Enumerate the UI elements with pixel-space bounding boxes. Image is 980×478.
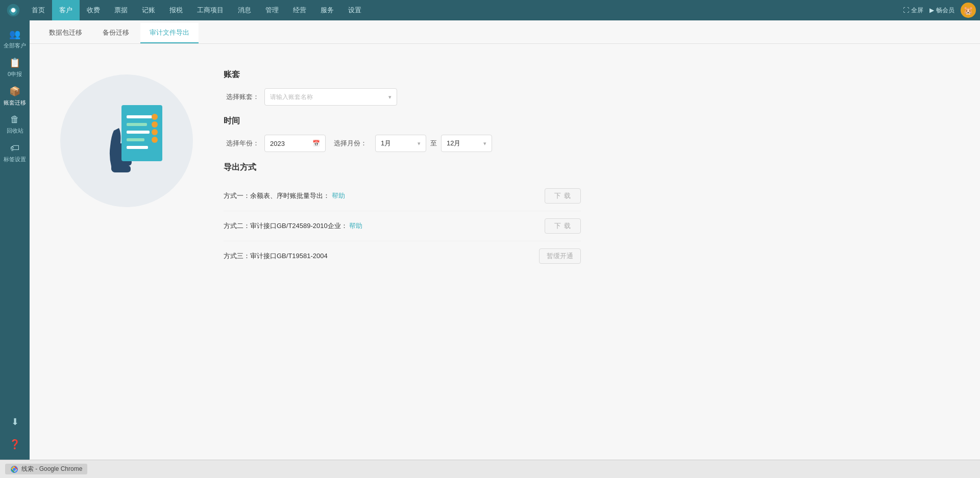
top-navigation: 首页 客户 收费 票据 记账 报税 工商项目 消息 管理 经营 服务 设置 ⛶ …: [0, 0, 980, 20]
time-separator: 至: [430, 139, 437, 148]
export-methods: 方式一：余额表、序时账批量导出： 帮助 下 载 方式二：审计接口GB/T2458…: [224, 181, 581, 271]
sidebar-item-zero-declaration[interactable]: 📋 0申报: [1, 53, 29, 82]
nav-right: ⛶ 全屏 ▶ 畅会员 🐹: [903, 3, 976, 18]
calendar-icon: 📅: [312, 140, 320, 147]
sidebar-item-all-customers[interactable]: 👥 全部客户: [1, 24, 29, 53]
page-content: 账套 选择账套： 请输入账套名称 ▾ 时间 选择年份： 2023 📅: [30, 44, 980, 460]
export-method-2-label: 方式二：审计接口GB/T24589-2010企业： 帮助: [224, 221, 362, 231]
export-method-3: 方式三：审计接口GB/T19581-2004 暂缓开通: [224, 241, 581, 271]
chevron-down-month-start-icon: ▾: [418, 140, 421, 147]
method-2-text: 方式二：审计接口GB/T24589-2010企业：: [224, 222, 348, 230]
main-layout: 👥 全部客户 📋 0申报 📦 账套迁移 🗑 回收站 🏷 标签设置 ⬇ ❓ 数据包…: [0, 20, 980, 460]
nav-customer[interactable]: 客户: [52, 0, 80, 20]
export-method-1: 方式一：余额表、序时账批量导出： 帮助 下 载: [224, 181, 581, 211]
tag-icon: 🏷: [10, 143, 19, 154]
chrome-icon: [10, 465, 18, 473]
month-start-value: 1月: [381, 139, 391, 148]
nav-billing[interactable]: 收费: [80, 0, 107, 20]
year-label: 选择年份：: [224, 139, 259, 148]
export-section-title: 导出方式: [224, 162, 581, 173]
declaration-icon: 📋: [9, 57, 20, 68]
svg-point-8: [152, 114, 158, 120]
account-section-title: 账套: [224, 69, 581, 80]
nav-business[interactable]: 工商项目: [190, 0, 231, 20]
avatar[interactable]: 🐹: [961, 3, 976, 18]
trash-icon: 🗑: [10, 114, 19, 125]
sidebar-item-tag-settings[interactable]: 🏷 标签设置: [1, 139, 29, 167]
download-sidebar-icon[interactable]: ⬇: [6, 413, 24, 431]
member-button[interactable]: ▶ 畅会员: [929, 6, 954, 15]
chevron-down-month-end-icon: ▾: [483, 140, 486, 147]
fullscreen-label: 全屏: [911, 6, 923, 15]
month-end-select[interactable]: 12月 ▾: [441, 135, 492, 152]
svg-point-11: [152, 137, 158, 143]
month-end-value: 12月: [447, 139, 460, 148]
taskbar-chrome-item[interactable]: 线索 - Google Chrome: [5, 464, 87, 474]
form-area: 账套 选择账套： 请输入账套名称 ▾ 时间 选择年份： 2023 📅: [224, 59, 581, 444]
time-controls: 2023 📅 选择月份： 1月 ▾ 至 12月 ▾: [264, 135, 492, 152]
chevron-down-icon: ▾: [388, 94, 391, 100]
fullscreen-icon: ⛶: [903, 7, 909, 14]
method-1-text: 方式一：余额表、序时账批量导出：: [224, 192, 330, 199]
nav-bookkeeping[interactable]: 记账: [135, 0, 162, 20]
sidebar-label-tags: 标签设置: [4, 156, 26, 163]
member-icon: ▶: [929, 7, 934, 14]
audit-illustration: [76, 85, 178, 197]
month-start-select[interactable]: 1月 ▾: [375, 135, 426, 152]
svg-rect-7: [127, 146, 148, 149]
nav-service[interactable]: 服务: [313, 0, 341, 20]
method-2-download-button[interactable]: 下 载: [545, 218, 581, 234]
illustration-circle: [60, 74, 193, 207]
tab-data-migration[interactable]: 数据包迁移: [40, 23, 91, 43]
content-area: 数据包迁移 备份迁移 审计文件导出: [30, 20, 980, 460]
account-select[interactable]: 请输入账套名称 ▾: [264, 88, 397, 106]
tab-audit-export[interactable]: 审计文件导出: [140, 23, 199, 43]
svg-rect-5: [127, 131, 150, 134]
sidebar-item-account-migration[interactable]: 📦 账套迁移: [1, 82, 29, 110]
nav-invoice[interactable]: 票据: [107, 0, 135, 20]
month-label: 选择月份：: [334, 139, 367, 148]
sidebar-label-migration: 账套迁移: [4, 99, 26, 107]
svg-rect-3: [127, 115, 152, 118]
nav-home[interactable]: 首页: [24, 0, 52, 20]
method-1-help-link[interactable]: 帮助: [332, 192, 345, 199]
sidebar: 👥 全部客户 📋 0申报 📦 账套迁移 🗑 回收站 🏷 标签设置 ⬇ ❓: [0, 20, 30, 460]
sidebar-label-recycle: 回收站: [7, 127, 23, 135]
nav-items: 首页 客户 收费 票据 记账 报税 工商项目 消息 管理 经营 服务 设置: [24, 0, 903, 20]
year-input[interactable]: 2023 📅: [264, 135, 326, 152]
taskbar-item-label: 线索 - Google Chrome: [21, 465, 82, 473]
account-row: 选择账套： 请输入账套名称 ▾: [224, 88, 581, 106]
nav-operation[interactable]: 经营: [286, 0, 313, 20]
member-label: 畅会员: [936, 6, 954, 15]
time-row: 选择年份： 2023 📅 选择月份： 1月 ▾ 至 12月: [224, 135, 581, 152]
nav-message[interactable]: 消息: [231, 0, 258, 20]
taskbar: 线索 - Google Chrome: [0, 460, 980, 478]
tabs-bar: 数据包迁移 备份迁移 审计文件导出: [30, 20, 980, 44]
nav-tax[interactable]: 报税: [162, 0, 190, 20]
fullscreen-button[interactable]: ⛶ 全屏: [903, 6, 923, 15]
sidebar-item-recycle[interactable]: 🗑 回收站: [1, 110, 29, 139]
svg-point-9: [152, 121, 158, 128]
illustration-area: [60, 59, 193, 444]
method-2-help-link[interactable]: 帮助: [349, 222, 362, 230]
help-sidebar-icon[interactable]: ❓: [6, 435, 24, 454]
sidebar-bottom: ⬇ ❓: [6, 413, 24, 460]
sidebar-label-declaration: 0申报: [8, 70, 22, 78]
people-icon: 👥: [9, 29, 20, 40]
tab-backup-migration[interactable]: 备份迁移: [93, 23, 138, 43]
export-method-3-label: 方式三：审计接口GB/T19581-2004: [224, 251, 328, 261]
svg-point-10: [152, 129, 158, 135]
year-value: 2023: [270, 140, 285, 147]
export-method-1-label: 方式一：余额表、序时账批量导出： 帮助: [224, 191, 345, 200]
svg-rect-4: [127, 123, 147, 126]
export-method-2: 方式二：审计接口GB/T24589-2010企业： 帮助 下 载: [224, 211, 581, 241]
method-3-open-button[interactable]: 暂缓开通: [539, 248, 581, 264]
method-1-download-button[interactable]: 下 载: [545, 188, 581, 204]
nav-manage[interactable]: 管理: [258, 0, 286, 20]
time-section-title: 时间: [224, 116, 581, 127]
app-logo: [4, 1, 22, 19]
migration-icon: 📦: [9, 86, 20, 97]
svg-point-1: [11, 8, 16, 13]
svg-point-13: [13, 468, 16, 471]
nav-settings[interactable]: 设置: [341, 0, 369, 20]
